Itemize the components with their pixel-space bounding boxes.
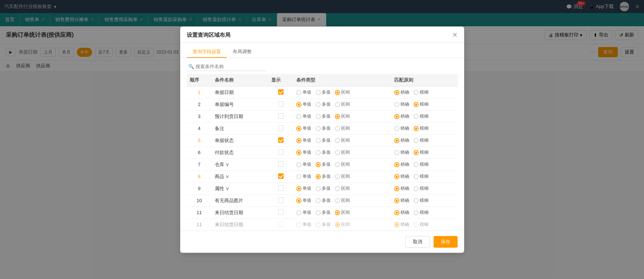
radio-match-fuzzy[interactable]: 模糊: [414, 101, 428, 107]
radio-type-single[interactable]: 单值: [296, 137, 311, 144]
cancel-button[interactable]: 取消: [405, 236, 430, 248]
radio-type-range[interactable]: 区间: [335, 161, 350, 168]
radio-type-multi[interactable]: 多值: [316, 161, 331, 168]
radio-match-fuzzy[interactable]: 模糊: [414, 197, 428, 204]
row-num: 8: [198, 174, 201, 179]
radio-match-fuzzy[interactable]: 模糊: [414, 125, 428, 131]
radio-circle-single: [296, 102, 301, 107]
save-button[interactable]: 保存: [434, 236, 458, 248]
radio-type-multi[interactable]: 多值: [316, 173, 331, 180]
radio-type-range[interactable]: 区间: [335, 125, 350, 131]
radio-match-exact[interactable]: 精确: [394, 173, 409, 180]
dialog-close-button[interactable]: ✕: [452, 32, 458, 38]
radio-label-match-exact: 精确: [400, 137, 409, 144]
row-condition-name: 仓库 ∨: [215, 162, 230, 167]
row-checkbox[interactable]: [278, 161, 284, 167]
radio-type-multi[interactable]: 多值: [316, 113, 331, 119]
radio-type-range[interactable]: 区间: [335, 89, 350, 95]
radio-circle-match-exact: [394, 186, 399, 191]
radio-match-exact[interactable]: 精确: [394, 137, 409, 144]
dialog-tab-fields[interactable]: 查询字段设置: [187, 46, 227, 58]
row-match-group: 精确模糊: [394, 89, 454, 95]
row-num: 10: [197, 198, 202, 203]
radio-type-multi[interactable]: 多值: [316, 209, 331, 216]
row-checkbox[interactable]: [278, 125, 284, 131]
radio-match-exact[interactable]: 精确: [394, 113, 409, 119]
table-row: 2单据编号单值多值区间精确模糊: [187, 98, 458, 110]
dialog-tab-layout[interactable]: 布局调整: [227, 46, 257, 58]
row-checkbox[interactable]: [278, 209, 284, 215]
row-checkbox[interactable]: [278, 185, 284, 191]
radio-type-multi[interactable]: 多值: [316, 101, 331, 107]
row-condition-name: 单据日期: [215, 90, 234, 95]
radio-circle-match-fuzzy: [414, 126, 419, 131]
radio-type-multi[interactable]: 多值: [316, 89, 331, 95]
radio-label-single: 单值: [303, 197, 311, 204]
row-condition-name: 备注: [215, 126, 224, 131]
radio-label-range: 区间: [341, 149, 350, 156]
radio-type-multi[interactable]: 多值: [316, 125, 331, 131]
radio-label-range: 区间: [341, 197, 350, 204]
radio-type-range[interactable]: 区间: [335, 137, 350, 144]
radio-match-exact[interactable]: 精确: [394, 161, 409, 168]
search-wrapper: 🔍: [187, 62, 267, 71]
radio-match-fuzzy[interactable]: 模糊: [414, 209, 428, 216]
row-checkbox[interactable]: [278, 173, 284, 179]
radio-type-single[interactable]: 单值: [296, 173, 311, 180]
dialog-tab-fields-label: 查询字段设置: [193, 49, 221, 54]
radio-type-single[interactable]: 单值: [296, 197, 311, 204]
row-checkbox[interactable]: [278, 113, 284, 119]
row-match-group: 精确模糊: [394, 149, 454, 156]
radio-type-multi[interactable]: 多值: [316, 137, 331, 144]
radio-match-exact[interactable]: 精确: [394, 185, 409, 192]
radio-circle-multi: [316, 114, 321, 119]
radio-match-fuzzy[interactable]: 模糊: [414, 185, 428, 192]
radio-match-fuzzy[interactable]: 模糊: [414, 173, 428, 180]
radio-circle-single: [296, 186, 301, 191]
row-num: 11: [197, 210, 202, 215]
row-checkbox[interactable]: [278, 197, 284, 203]
radio-type-single[interactable]: 单值: [296, 89, 311, 95]
radio-type-range[interactable]: 区间: [335, 149, 350, 156]
radio-type-single[interactable]: 单值: [296, 149, 311, 156]
radio-type-range[interactable]: 区间: [335, 173, 350, 180]
radio-label-match-fuzzy: 模糊: [420, 185, 428, 192]
dialog-tab-layout-label: 布局调整: [233, 49, 252, 54]
search-input[interactable]: [187, 62, 267, 71]
radio-match-fuzzy[interactable]: 模糊: [414, 113, 428, 119]
radio-match-exact[interactable]: 精确: [394, 149, 409, 156]
radio-match-fuzzy[interactable]: 模糊: [414, 137, 428, 144]
row-match-group: 精确模糊: [394, 101, 454, 107]
radio-type-range[interactable]: 区间: [335, 209, 350, 216]
radio-circle-single: [296, 210, 301, 215]
radio-type-multi[interactable]: 多值: [316, 149, 331, 156]
radio-match-fuzzy[interactable]: 模糊: [414, 161, 428, 168]
radio-type-single[interactable]: 单值: [296, 125, 311, 131]
row-checkbox[interactable]: [278, 89, 284, 95]
radio-match-exact[interactable]: 精确: [394, 209, 409, 216]
radio-match-fuzzy[interactable]: 模糊: [414, 149, 428, 156]
radio-type-range[interactable]: 区间: [335, 101, 350, 107]
row-checkbox[interactable]: [278, 149, 284, 155]
radio-type-single[interactable]: 单值: [296, 101, 311, 107]
radio-match-fuzzy[interactable]: 模糊: [414, 89, 428, 95]
radio-type-single[interactable]: 单值: [296, 209, 311, 216]
radio-match-exact[interactable]: 精确: [394, 89, 409, 95]
row-checkbox[interactable]: [278, 137, 284, 143]
radio-match-exact[interactable]: 精确: [394, 197, 409, 204]
row-condition-name: 商品 ∨: [215, 174, 230, 179]
radio-type-range[interactable]: 区间: [335, 185, 350, 192]
radio-type-multi[interactable]: 多值: [316, 185, 331, 192]
radio-label-single: 单值: [303, 149, 311, 156]
radio-type-single[interactable]: 单值: [296, 113, 311, 119]
row-checkbox[interactable]: [278, 101, 284, 107]
radio-circle-match-fuzzy: [414, 162, 419, 167]
radio-type-range[interactable]: 区间: [335, 197, 350, 204]
radio-match-exact[interactable]: 精确: [394, 101, 409, 107]
radio-type-multi[interactable]: 多值: [316, 197, 331, 204]
radio-type-single[interactable]: 单值: [296, 185, 311, 192]
radio-type-single[interactable]: 单值: [296, 161, 311, 168]
radio-circle-range: [335, 90, 340, 95]
radio-type-range[interactable]: 区间: [335, 113, 350, 119]
radio-match-exact[interactable]: 精确: [394, 125, 409, 131]
